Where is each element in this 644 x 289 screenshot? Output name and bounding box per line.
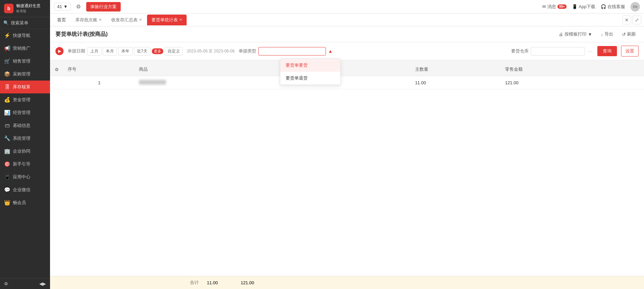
store-selector[interactable]: 41 ▼ (54, 3, 71, 10)
settings-gear-icon[interactable]: ⚙ (4, 281, 8, 286)
sidebar-item-marketing[interactable]: 📢 营销推广 (0, 42, 50, 55)
tab-batch-close[interactable]: ✕ (99, 18, 102, 22)
sidebar-item-label: 系统管理 (13, 135, 30, 141)
dropdown-item-return[interactable]: 要货单退货 (280, 72, 340, 85)
app-download-btn[interactable]: 📱 App下载 (572, 4, 595, 10)
wechat-icon: 💬 (4, 187, 10, 193)
marketing-icon: 📢 (4, 45, 10, 51)
type-filter-input[interactable] (258, 47, 326, 55)
print-btn[interactable]: 🖨 按模板打印 ▼ (556, 30, 595, 39)
footer-amount: 121.00 (237, 280, 270, 285)
sidebar-item-label: 营销推广 (13, 45, 30, 51)
refresh-btn[interactable]: ↺ 刷新 (619, 30, 639, 39)
chevron-down-print-icon: ▼ (588, 32, 592, 37)
date-btn-last-month[interactable]: 上月 (87, 47, 101, 55)
product-name-blurred: 商品名称 (139, 80, 166, 85)
date-more-badge[interactable]: 更多 (152, 48, 163, 54)
sidebar-item-guide[interactable]: 🎯 新手引导 (0, 158, 50, 171)
app-name: 畅捷通好生意 (16, 3, 41, 9)
dropdown-item-order[interactable]: 要货单要货 (280, 59, 340, 72)
type-filter-label: 单据类型 (239, 48, 256, 54)
online-service-label: 在线客服 (607, 4, 625, 10)
sidebar-item-label: 应用中心 (13, 174, 30, 180)
settings-filter-btn[interactable]: 设置 (621, 46, 639, 57)
sidebar-logo: b 畅捷通好生意 标准版 (0, 0, 50, 17)
sidebar-item-basic[interactable]: 🗃 基础信息 (0, 119, 50, 132)
query-btn[interactable]: 查询 (597, 46, 617, 56)
tab-batch[interactable]: 库存批次账 ✕ (71, 15, 106, 25)
trial-industry-btn[interactable]: 体验行业方案 (86, 2, 121, 12)
warehouse-filter-label: 要货仓库 (511, 48, 529, 54)
store-name: 41 (57, 4, 62, 9)
warehouse-filter-input[interactable] (531, 47, 585, 55)
search-icon: 🔍 (3, 20, 9, 25)
row-settings (50, 76, 64, 89)
finance-icon: 💰 (4, 97, 10, 103)
tab-maximize-btn[interactable]: ⤢ (633, 16, 641, 24)
tab-close-all-btn[interactable]: ✕ (622, 16, 631, 24)
warehouse-filter-group: 要货仓库 ··· (511, 47, 593, 55)
sidebar-item-sales[interactable]: 🛒 销售管理 (0, 55, 50, 68)
date-quick-btns: 上月 本月 本年 近7天 更多 自定义 (87, 47, 183, 55)
row-product: 商品名称 (135, 76, 284, 89)
sidebar-item-enterprise[interactable]: 🏢 企业协同 (0, 145, 50, 158)
app-version: 标准版 (16, 9, 41, 14)
table-body: 1 商品名称 块 11.00 121.00 (50, 76, 644, 89)
date-custom-btn[interactable]: 自定义 (165, 47, 183, 55)
app-download-icon: 📱 (572, 4, 577, 9)
sidebar-item-operations[interactable]: 📊 经营管理 (0, 106, 50, 119)
sidebar-item-label: 快捷导航 (13, 32, 30, 39)
sidebar-item-wechat[interactable]: 💬 企业微信 (0, 183, 50, 196)
row-extra (610, 76, 644, 89)
type-filter-group: 单据类型 ▲ (239, 47, 507, 55)
appstore-icon: 📱 (4, 174, 10, 180)
type-dropdown-arrow[interactable]: ▲ (328, 48, 333, 54)
sidebar-item-label: 采购管理 (13, 71, 30, 77)
sidebar-item-purchase[interactable]: 📦 采购管理 (0, 68, 50, 81)
export-btn[interactable]: ↓ 导出 (598, 30, 616, 39)
enterprise-icon: 🏢 (4, 148, 10, 154)
refresh-label: 刷新 (627, 31, 636, 37)
row-quantity: 11.00 (411, 76, 501, 89)
collapse-sidebar-btn[interactable]: ◀▶ (39, 281, 46, 286)
sidebar-item-label: 畅会员 (13, 200, 26, 206)
sidebar-item-label: 基础信息 (13, 123, 30, 129)
tab-order-stats[interactable]: 要货单统计表 ✕ (147, 15, 187, 25)
sidebar-item-appstore[interactable]: 📱 应用中心 (0, 171, 50, 183)
tab-collect-close[interactable]: ✕ (139, 18, 142, 22)
table-footer: 合计 11.00 121.00 (50, 276, 644, 289)
message-icon: ✉ (542, 4, 546, 9)
col-product: 商品 (135, 63, 284, 76)
tab-order-stats-close[interactable]: ✕ (179, 18, 182, 22)
date-filter-label: 单据日期 (68, 48, 85, 54)
sidebar-item-system[interactable]: 🔧 系统管理 (0, 132, 50, 145)
date-btn-last-7-days[interactable]: 近7天 (134, 47, 150, 55)
col-settings[interactable]: ⚙ (50, 63, 64, 76)
tabs-bar: 首页 库存批次账 ✕ 收发存汇总表 ✕ 要货单统计表 ✕ ✕ ⤢ (50, 14, 644, 26)
date-btn-this-month[interactable]: 本月 (103, 47, 117, 55)
sidebar-search[interactable]: 🔍 搜索菜单 (0, 17, 50, 29)
table-header-row: ⚙ 序号 商品 主计量单位 主数量 零售金额 (50, 63, 644, 76)
member-icon: 👑 (4, 200, 10, 206)
sidebar-item-shortcut[interactable]: ⚡ 快捷导航 (0, 29, 50, 42)
main-content: 41 ▼ ⚙ 体验行业方案 ✉ 消息 99+ 📱 App下载 🎧 在线客服 Ri… (50, 0, 644, 289)
tab-home[interactable]: 首页 (53, 15, 70, 25)
sidebar-item-finance[interactable]: 💰 资金管理 (0, 93, 50, 106)
tab-collect[interactable]: 收发存汇总表 ✕ (107, 15, 146, 25)
page-actions: 🖨 按模板打印 ▼ ↓ 导出 ↺ 刷新 (556, 30, 639, 39)
sidebar-item-member[interactable]: 👑 畅会员 (0, 196, 50, 209)
date-btn-this-year[interactable]: 本年 (118, 47, 133, 55)
guide-icon: 🎯 (4, 161, 10, 167)
col-num: 序号 (64, 63, 135, 76)
filter-expand-btn[interactable]: ▶ (55, 47, 64, 55)
col-amount: 零售金额 (501, 63, 610, 76)
user-avatar[interactable]: Rit (630, 2, 640, 12)
warehouse-more-dots[interactable]: ··· (587, 49, 593, 54)
message-badge: 99+ (557, 4, 567, 9)
topbar-settings-btn[interactable]: ⚙ (74, 2, 83, 11)
col-extra (610, 63, 644, 76)
table-container: ⚙ 序号 商品 主计量单位 主数量 零售金额 1 (50, 63, 644, 276)
sidebar-item-inventory[interactable]: 🗄 库存核算 (0, 81, 50, 93)
messages-btn[interactable]: ✉ 消息 99+ (542, 4, 567, 10)
online-service-btn[interactable]: 🎧 在线客服 (601, 4, 625, 10)
